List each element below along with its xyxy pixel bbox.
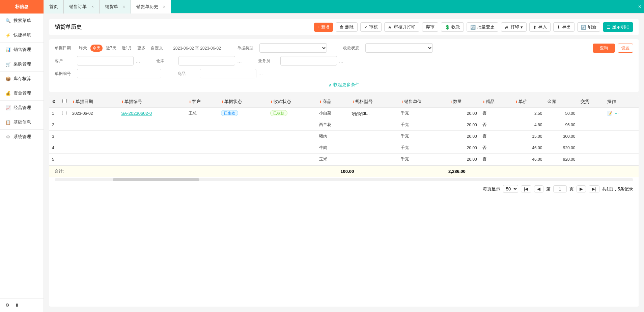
cell-doc-date [69,154,118,165]
warehouse-input[interactable] [178,56,235,66]
goods-dots[interactable]: ... [258,71,263,77]
import-button[interactable]: ⬆ 导入 [529,22,551,32]
shortcut-yesterday[interactable]: 昨天 [77,45,89,52]
abandon-button[interactable]: 弃审 [422,22,438,32]
collect-button[interactable]: 💲 收款 [441,22,464,32]
cell-transaction [578,108,604,119]
goods-input[interactable] [200,69,256,78]
goods-label: 商品 [177,71,198,77]
horizontal-scrollbar[interactable] [55,178,633,181]
row-checkbox[interactable] [62,111,66,115]
col-doc-date[interactable]: ⬆单据日期 [69,96,118,108]
scrollbar-thumb[interactable] [113,178,199,181]
tab-close-history[interactable]: × [163,4,165,9]
shortcut-1month[interactable]: 近1月 [120,45,134,52]
sidebar-item-finance[interactable]: 💰 资金管理 [0,86,44,101]
query-button[interactable]: 查询 [593,44,615,53]
salesperson-dots[interactable]: ... [339,58,343,64]
show-detail-button[interactable]: ☰ 显示明细 [603,22,633,32]
sidebar-item-search-menu[interactable]: 🔍 搜索菜单 [0,14,44,28]
select-all-checkbox[interactable] [62,99,67,103]
sidebar-item-inventory[interactable]: 📦 库存核算 [0,72,44,86]
filter-date-field: 单据日期 昨天 今天 近7天 近1月 更多 自定义 [55,45,165,52]
cell-index: 1 [49,108,59,119]
shortcut-more[interactable]: 更多 [135,45,147,52]
col-collect-status[interactable]: ⬆收款状态 [268,96,316,108]
collect-icon: 💲 [445,25,450,30]
tab-sales-delivery-history[interactable]: 销货单历史 × [131,0,171,14]
cell-doc-number [118,119,186,131]
tab-sales-order[interactable]: 销售订单 × [64,0,100,14]
col-goods[interactable]: ⬆商品 [316,96,349,108]
tab-sales-delivery[interactable]: 销货单 × [100,0,131,14]
filter-area: 单据日期 昨天 今天 近7天 近1月 更多 自定义 2023-06-02 至 2… [49,39,639,92]
page-title: 销货单历史 [55,24,82,31]
collapse-button[interactable]: ∧ 收起更多条件 [55,82,633,88]
col-quantity[interactable]: ⬆数量 [447,96,480,108]
cell-doc-status: 已生效 [218,108,267,119]
table-footer: 合计: 100.00 2,286.00 [49,165,639,177]
doc-number-input[interactable] [77,69,161,78]
col-doc-number[interactable]: ⬆单据编号 [118,96,186,108]
audit-print-button[interactable]: 🖨 审核并打印 [384,22,419,32]
first-page-button[interactable]: |◀ [521,185,531,192]
filter-row-2: 客户 ... 仓库 ... 业务员 ... [55,56,633,66]
edit-icon[interactable]: 📝 [607,111,612,116]
app-logo: 标信息 [0,0,44,14]
more-icon[interactable]: ⋯ [615,111,619,116]
prev-page-button[interactable]: ◀ [534,185,543,192]
col-customer[interactable]: ⬆客户 [186,96,219,108]
cell-doc-status [218,131,267,142]
delete-button[interactable]: 🗑 删除 [336,22,358,32]
customer-input[interactable] [77,56,134,66]
col-doc-status[interactable]: ⬆单据状态 [218,96,267,108]
last-page-button[interactable]: ▶| [589,185,599,192]
col-spec[interactable]: ⬆规格型号 [349,96,398,108]
cell-doc-number[interactable]: SA-20230602-0 [118,108,186,119]
customer-dots[interactable]: ... [136,58,140,64]
sidebar-item-purchase-mgmt[interactable]: 🛒 采购管理 [0,57,44,72]
sidebar-item-quick-nav[interactable]: ⚡ 快捷导航 [0,28,44,43]
next-page-button[interactable]: ▶ [577,185,586,192]
print-button[interactable]: 🖨 打印 ▾ [501,22,527,32]
page-number-input[interactable] [553,185,567,192]
salesperson-input[interactable] [280,56,337,66]
export-button[interactable]: ⬇ 导出 [553,22,575,32]
cell-unit: 千克 [398,119,447,131]
batch-change-button[interactable]: 🔄 批量变更 [467,22,498,32]
tab-close-sales-delivery[interactable]: × [123,4,125,9]
col-gift[interactable]: ⬆赠品 [480,96,512,108]
sidebar-item-operations[interactable]: 📈 经营管理 [0,101,44,115]
audit-button[interactable]: ✓ 审核 [360,22,382,32]
warehouse-dots[interactable]: ... [237,58,242,64]
new-button[interactable]: + 新增 [314,23,333,32]
collect-status-select[interactable] [365,43,433,53]
shop-icon: 🛒 [5,61,11,67]
cell-unit-price: 46.00 [512,154,545,165]
sidebar-item-sales-mgmt[interactable]: 📊 销售管理 [0,43,44,57]
col-unit-price[interactable]: ⬆单价 [512,96,545,108]
settings-button[interactable]: 设置 [618,44,633,53]
per-page-select[interactable]: 50 [503,185,518,193]
cell-unit: 千克 [398,108,447,119]
sidebar-bottom-gear[interactable]: ⚙ ⏸ [0,298,44,312]
window-close-btn[interactable]: × [636,3,644,10]
table-header-row: ⚙ ⬆单据日期 ⬆单据编号 ⬆客户 ⬆单据状态 ⬆收款状态 ⬆商品 ⬆规格型号 … [49,96,639,108]
cell-doc-date [69,131,118,142]
shortcut-7days[interactable]: 近7天 [104,45,118,52]
col-action: 操作 [605,96,639,108]
sidebar-item-sys-mgmt[interactable]: ⚙ 系统管理 [0,130,44,144]
doc-type-select[interactable] [259,43,327,53]
sidebar-item-basic-info[interactable]: 📋 基础信息 [0,115,44,130]
tab-close-sales-order[interactable]: × [91,4,94,9]
shortcut-today[interactable]: 今天 [90,45,103,52]
shortcut-custom[interactable]: 自定义 [149,45,165,52]
col-unit[interactable]: ⬆销售单位 [398,96,447,108]
cell-transaction [578,142,604,154]
refresh-button[interactable]: 🔃 刷新 [577,22,600,32]
audit-icon: ✓ [364,25,368,30]
col-gear[interactable]: ⚙ [49,96,59,108]
cell-action [605,142,639,154]
tab-home[interactable]: 首页 [44,0,64,14]
collect-status-label: 收款状态 [343,45,363,51]
